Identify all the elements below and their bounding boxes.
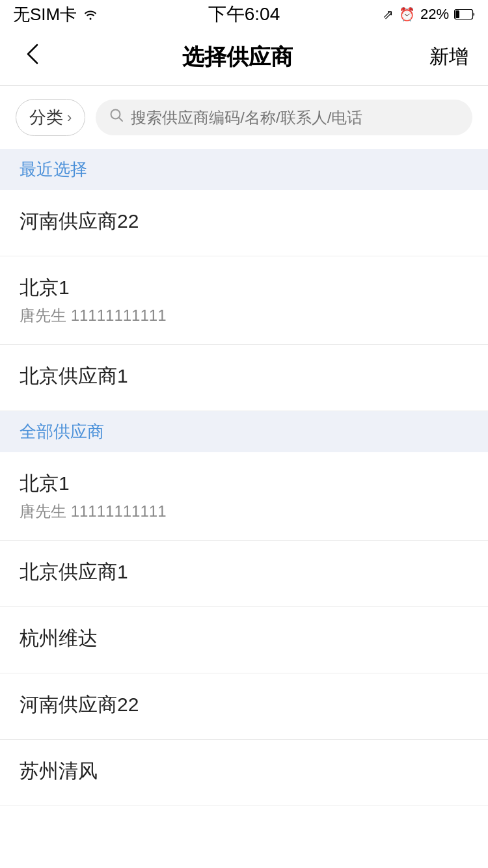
list-item-name: 河南供应商22 — [20, 692, 468, 718]
alarm-icon: ⏰ — [399, 7, 415, 22]
section-header-all: 全部供应商 — [0, 411, 488, 452]
battery-text: 22% — [420, 6, 449, 23]
list-item[interactable]: 河南供应商22 — [0, 190, 488, 256]
status-time: 下午6:04 — [208, 2, 280, 27]
list-item-name: 北京1 — [20, 470, 468, 497]
svg-rect-1 — [455, 10, 459, 18]
list-item[interactable]: 北京1唐先生 11111111111 — [0, 452, 488, 541]
wifi-icon — [83, 5, 98, 25]
list-item[interactable]: 河南供应商22 — [0, 673, 488, 740]
list-item[interactable]: 北京供应商1 — [0, 345, 488, 411]
list-item-name: 北京供应商1 — [20, 363, 468, 390]
list-item[interactable]: 杭州维达 — [0, 607, 488, 673]
location-icon: ⇗ — [383, 7, 394, 22]
list-item-name: 河南供应商22 — [20, 208, 468, 235]
nav-bar: 选择供应商 新增 — [0, 29, 488, 86]
list-item[interactable]: 北京供应商1 — [0, 541, 488, 607]
list-item-name: 杭州维达 — [20, 625, 468, 652]
battery-icon — [454, 5, 475, 23]
category-label: 分类 — [29, 106, 63, 129]
category-filter-button[interactable]: 分类 › — [16, 99, 85, 136]
filter-bar: 分类 › — [0, 86, 488, 149]
no-sim-text: 无SIM卡 — [13, 3, 77, 26]
chevron-right-icon: › — [67, 109, 72, 126]
status-right: ⇗ ⏰ 22% — [383, 5, 475, 23]
search-box — [96, 100, 472, 135]
page-title: 选择供应商 — [182, 42, 293, 72]
list-item[interactable]: 北京1唐先生 11111111111 — [0, 256, 488, 345]
status-left: 无SIM卡 — [13, 3, 98, 26]
list-item-name: 北京1 — [20, 275, 468, 301]
section-header-recent: 最近选择 — [0, 149, 488, 190]
list-item-name: 北京供应商1 — [20, 559, 468, 586]
list-item-name: 苏州清风 — [20, 758, 468, 785]
back-button[interactable] — [20, 36, 46, 77]
sections-container: 最近选择河南供应商22北京1唐先生 11111111111北京供应商1全部供应商… — [0, 149, 488, 806]
status-bar: 无SIM卡 下午6:04 ⇗ ⏰ 22% — [0, 0, 488, 29]
list-item[interactable]: 苏州清风 — [0, 740, 488, 806]
section-header-text-recent: 最近选择 — [20, 159, 87, 179]
search-input[interactable] — [131, 109, 459, 127]
add-button[interactable]: 新增 — [429, 44, 468, 70]
search-icon — [109, 107, 124, 128]
list-item-sub: 唐先生 11111111111 — [20, 501, 468, 522]
section-header-text-all: 全部供应商 — [20, 422, 104, 441]
list-item-sub: 唐先生 11111111111 — [20, 305, 468, 326]
